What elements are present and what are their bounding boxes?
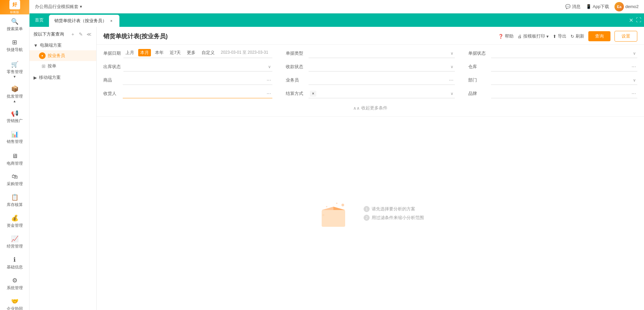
sidebar-item-finance-label: 资金管理 <box>7 223 23 228</box>
scheme-item-salesperson[interactable]: ● 按业务员 <box>30 50 96 61</box>
page-content: 按以下方案查询 + ✎ ≪ ▼ 电脑端方案 <box>30 27 644 310</box>
tab-close-all-icon[interactable]: ✕ <box>629 17 633 23</box>
date-tab-custom[interactable]: 自定义 <box>200 49 217 56</box>
edit-scheme-btn[interactable]: ✎ <box>77 31 84 38</box>
refresh-label: 刷新 <box>576 33 584 39</box>
brand-label: 品牌 <box>468 91 488 97</box>
collapse-panel-btn[interactable]: ≪ <box>86 31 92 38</box>
settlement-control[interactable]: × ∨ <box>309 89 455 98</box>
chevron-up-icon: ▲ <box>13 99 16 103</box>
app-download-btn[interactable]: 📱 App下载 <box>586 4 609 10</box>
payment-chevron-icon: ∨ <box>450 64 453 69</box>
tab-close-icon[interactable]: × <box>109 18 114 23</box>
sidebar-item-sales[interactable]: 📊 销售管理 <box>0 127 29 148</box>
filter-item-payment: 收款状态 ∨ <box>286 62 455 71</box>
svg-rect-0 <box>322 210 345 227</box>
warehouse-label: 仓库 <box>468 64 488 70</box>
empty-text-block: 1 请先选择要分析的方案 2 用过滤条件来缩小分析范围 <box>364 206 424 221</box>
department-control[interactable]: ∨ <box>491 75 637 85</box>
sidebar-item-system-label: 系统管理 <box>7 285 23 291</box>
chevron-down-icon: ▼ <box>34 43 38 48</box>
chip-close-btn[interactable]: × <box>312 91 314 96</box>
chevron-right-icon: ▶ <box>34 75 37 80</box>
sidebar-item-inventory[interactable]: 📋 库存核算 <box>0 190 29 211</box>
title-actions-right: ❓ 帮助 🖨 按模板打印 ▾ ⬆ 导出 ↻ 刷新 <box>498 31 637 42</box>
date-tab-lastmonth[interactable]: 上月 <box>123 49 136 56</box>
add-scheme-btn[interactable]: + <box>69 31 76 38</box>
date-tab-thisyear[interactable]: 本年 <box>153 49 166 56</box>
query-button[interactable]: 查询 <box>588 31 610 41</box>
settings-button[interactable]: 设置 <box>614 31 637 42</box>
collapse-label: 收起更多条件 <box>361 105 387 111</box>
tab-home[interactable]: 首页 <box>30 13 49 27</box>
sidebar-item-quicknav[interactable]: ⊞ 快捷导航 <box>0 35 29 56</box>
print-btn[interactable]: 🖨 按模板打印 ▾ <box>518 33 549 39</box>
outstatus-control[interactable]: ∨ <box>123 62 272 71</box>
payment-label: 收款状态 <box>286 64 306 70</box>
tab-home-label: 首页 <box>35 17 44 23</box>
help-btn[interactable]: ❓ 帮助 <box>498 33 514 39</box>
sidebar-item-marketing[interactable]: 📢 营销推广 <box>0 106 29 127</box>
sidebar-item-purchase[interactable]: 🛍 采购管理 <box>0 170 29 190</box>
app-name: 标账版 <box>10 10 19 14</box>
scheme-sub-item-order[interactable]: ⊞ 按单 <box>30 61 96 71</box>
type-control[interactable]: ∨ <box>309 49 455 58</box>
sidebar-item-operation-label: 经营管理 <box>7 244 23 249</box>
receiver-control[interactable]: ··· <box>123 89 272 98</box>
inventory-icon: 📋 <box>11 194 18 201</box>
filter-item-salesperson: 业务员 ··· <box>286 75 455 85</box>
collapse-up-icon: ∧∧ <box>353 106 360 111</box>
sidebar-item-enterprise-label: 企业协同 <box>7 306 23 310</box>
user-profile[interactable]: Ea demo2 <box>614 2 639 11</box>
sidebar: 好 标账版 🔍 搜索菜单 ⊞ 快捷导航 🛒 零售管理 ▼ 📦 批发管理 ▲ 📢 … <box>0 0 30 310</box>
filter-item-date: 单据日期 上月 本月 本年 近7天 更多 自定义 2023-03-01 至 20… <box>103 49 272 58</box>
date-label: 单据日期 <box>103 50 121 56</box>
app-download-icon: 📱 <box>586 4 591 9</box>
settlement-label: 结算方式 <box>286 91 306 97</box>
salesperson-control[interactable]: ··· <box>309 75 455 85</box>
scheme-group-pc-title[interactable]: ▼ 电脑端方案 <box>30 40 96 50</box>
sidebar-item-wholesale[interactable]: 📦 批发管理 ▲ <box>0 82 29 106</box>
scheme-group-mobile-title[interactable]: ▶ 移动端方案 <box>30 72 96 83</box>
department-chevron-icon: ∨ <box>633 78 636 83</box>
tab-active[interactable]: 销货单统计表（按业务员） × <box>49 15 119 27</box>
sidebar-item-inventory-label: 库存核算 <box>7 202 23 208</box>
payment-control[interactable]: ∨ <box>309 62 455 71</box>
warehouse-control[interactable]: ··· <box>491 62 637 71</box>
help-label: 帮助 <box>505 33 514 39</box>
svg-point-5 <box>336 203 337 204</box>
company-dropdown[interactable]: 办公用品行业模拟账套 ▾ <box>35 4 82 10</box>
sidebar-item-system[interactable]: ⚙ 系统管理 <box>0 273 29 294</box>
chevron-down-icon: ▾ <box>546 34 549 39</box>
sidebar-item-basicinfo[interactable]: ℹ 基础信息 <box>0 253 29 273</box>
sidebar-item-finance[interactable]: 💰 资金管理 <box>0 211 29 232</box>
print-label: 按模板打印 <box>523 33 545 39</box>
refresh-icon: ↻ <box>571 34 574 39</box>
purchase-icon: 🛍 <box>12 173 18 180</box>
date-tab-thismonth[interactable]: 本月 <box>138 49 151 56</box>
sidebar-item-wholesale-label: 批发管理 <box>7 94 23 99</box>
refresh-btn[interactable]: ↻ 刷新 <box>571 33 584 39</box>
svg-point-6 <box>326 206 327 207</box>
message-btn[interactable]: 💬 消息 <box>565 4 581 10</box>
date-tab-more[interactable]: 更多 <box>185 49 198 56</box>
export-label: 导出 <box>558 33 567 39</box>
date-tab-7days[interactable]: 近7天 <box>168 49 183 56</box>
sidebar-item-search[interactable]: 🔍 搜索菜单 <box>0 14 29 35</box>
tab-expand-icon[interactable]: ⛶ <box>636 17 641 23</box>
left-panel-title: 按以下方案查询 <box>34 31 64 37</box>
system-icon: ⚙ <box>12 277 17 284</box>
scheme-sub-icon: ⊞ <box>42 63 46 69</box>
status-control[interactable]: ∨ <box>491 49 637 58</box>
export-btn[interactable]: ⬆ 导出 <box>553 33 567 39</box>
brand-control[interactable]: ··· <box>491 89 637 98</box>
sidebar-item-retail[interactable]: 🛒 零售管理 ▼ <box>0 57 29 82</box>
step-2-circle: 2 <box>364 215 370 221</box>
collapse-filters-btn[interactable]: ∧∧ 收起更多条件 <box>103 102 637 112</box>
message-label: 消息 <box>572 4 581 10</box>
sidebar-item-sales-label: 销售管理 <box>7 139 23 145</box>
sidebar-item-operation[interactable]: 📈 经营管理 <box>0 232 29 253</box>
product-control[interactable]: ··· <box>123 75 272 85</box>
sidebar-item-ecommerce[interactable]: 🖥 电商管理 <box>0 149 29 170</box>
sidebar-item-enterprise[interactable]: 🤝 企业协同 <box>0 294 29 310</box>
